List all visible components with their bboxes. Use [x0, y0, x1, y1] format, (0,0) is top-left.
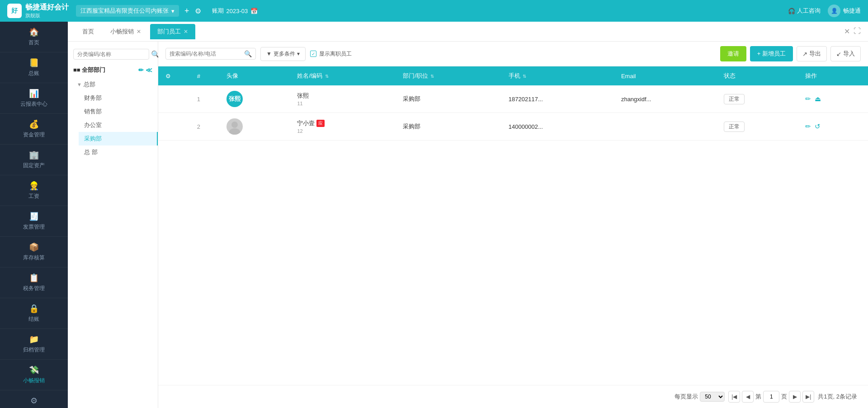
sidebar-item-expense[interactable]: 💸 小畅报销 [0, 360, 68, 390]
sidebar-item-closing[interactable]: 🔒 结账 [0, 298, 68, 329]
row1-actions: ✏ ⏏ [798, 85, 868, 113]
svg-point-1 [229, 128, 240, 135]
filter-chevron-icon: ▾ [297, 51, 300, 57]
filter-icon: ▼ [266, 51, 272, 57]
sidebar-item-inventory[interactable]: 📦 库存核算 [0, 237, 68, 267]
tab-expense-close-icon[interactable]: ✕ [137, 28, 141, 35]
reports-icon: 📊 [29, 89, 39, 98]
sidebar-item-settings[interactable]: ⚙ 基础设置 [0, 390, 68, 408]
invoice-icon: 🧾 [29, 211, 39, 221]
period-area: 账期 2023-03 📅 [212, 7, 258, 15]
row2-edit-icon[interactable]: ✏ [805, 122, 811, 131]
row1-code: 11 [297, 101, 388, 106]
row2-refresh-icon[interactable]: ↺ [815, 122, 821, 131]
sidebar-item-fund[interactable]: 💰 资金管理 [0, 114, 68, 145]
service-btn[interactable]: 🎧 人工咨询 [788, 7, 821, 15]
table-row: 2 [158, 113, 868, 141]
archive-icon: 📁 [29, 334, 39, 344]
last-page-btn[interactable]: ▶| [802, 391, 814, 403]
period-value: 2023-03 [226, 8, 248, 14]
sidebar-item-archive[interactable]: 📁 归档管理 [0, 329, 68, 360]
row2-status-tag: 正常 [724, 122, 745, 132]
sidebar-label-payroll: 工资 [28, 192, 39, 200]
dept-node-hq[interactable]: 总 部 [79, 145, 158, 159]
page-label: 第 [755, 393, 761, 401]
row2-email [614, 113, 717, 141]
export-btn[interactable]: ↗ 导出 [797, 46, 827, 61]
ledger-icon: 📒 [29, 58, 39, 68]
row2-code: 12 [297, 128, 388, 134]
employee-search-input[interactable] [170, 51, 241, 57]
row1-logout-icon[interactable]: ⏏ [815, 95, 821, 103]
th-dept-pos[interactable]: 部门/职位 ⇅ [396, 66, 501, 85]
next-page-btn[interactable]: ▶ [789, 391, 801, 403]
dept-node-sales[interactable]: 销售部 [79, 105, 158, 118]
page-num-input[interactable] [763, 391, 779, 403]
tab-expense-label: 小畅报销 [110, 28, 134, 36]
logo-text: 畅捷通好会计 [25, 3, 69, 12]
invite-btn[interactable]: 邀请 [720, 46, 746, 61]
svg-point-0 [231, 122, 238, 128]
tab-expand-icon[interactable]: ⛶ [854, 27, 861, 36]
prev-page-btn[interactable]: ◀ [742, 391, 754, 403]
th-gear[interactable]: ⚙ [158, 66, 178, 85]
filter-btn[interactable]: ▼ 更多条件 ▾ [260, 47, 306, 61]
show-resign-checkbox[interactable]: ✓ [310, 51, 316, 57]
tab-employees[interactable]: 部门员工 ✕ [150, 24, 195, 39]
row2-ying-badge: 应 [316, 120, 325, 127]
header-right: 🎧 人工咨询 👤 畅捷通 [788, 5, 861, 17]
row2-num: 2 [178, 113, 219, 141]
company-dropdown-icon: ▾ [171, 8, 175, 14]
show-resign-toggle[interactable]: ✓ 显示离职员工 [310, 50, 352, 58]
sidebar-item-home[interactable]: 🏠 首页 [0, 22, 68, 52]
tab-home[interactable]: 首页 [75, 24, 101, 39]
per-page-dropdown[interactable]: 50 20 100 [700, 392, 725, 402]
tab-expense[interactable]: 小畅报销 ✕ [103, 24, 148, 39]
logo-icon: 好 [7, 4, 22, 18]
sidebar-item-fixed-assets[interactable]: 🏢 固定资产 [0, 145, 68, 175]
sidebar-label-expense: 小畅报销 [23, 377, 45, 385]
row1-edit-icon[interactable]: ✏ [805, 95, 811, 103]
page-unit: 页 [781, 393, 787, 401]
sidebar: 🏠 首页 📒 总账 📊 云报表中心 💰 资金管理 🏢 固定资产 👷 工资 🧾 发… [0, 22, 68, 408]
sidebar-item-payroll[interactable]: 👷 工资 [0, 175, 68, 206]
sidebar-item-tax[interactable]: 📋 税务管理 [0, 267, 68, 298]
th-mobile[interactable]: 手机 ⇅ [501, 66, 614, 85]
company-name: 江西服宝精品有限责任公司内账张 [80, 7, 169, 15]
user-area[interactable]: 👤 畅捷通 [828, 5, 861, 17]
add-company-icon[interactable]: + [184, 6, 189, 16]
company-selector[interactable]: 江西服宝精品有限责任公司内账张 ▾ [76, 5, 179, 17]
dept-edit-icon[interactable]: ✏ [138, 66, 144, 74]
dept-tree: ▼ 总部 财务部 销售部 办公室 采购 [68, 78, 158, 159]
dept-purchase-label: 采购部 [84, 135, 102, 143]
th-name-code[interactable]: 姓名/编码 ⇅ [290, 66, 396, 85]
logo-subtitle: 旗舰版 [25, 12, 69, 19]
settings-icon[interactable]: ⚙ [195, 7, 201, 15]
dept-search-input[interactable] [73, 49, 149, 60]
sidebar-label-invoice: 发票管理 [23, 223, 45, 231]
content-area: 首页 小畅报销 ✕ 部门员工 ✕ ✕ ⛶ 🔍 [68, 22, 868, 408]
dept-node-office[interactable]: 办公室 [79, 118, 158, 132]
fixed-assets-icon: 🏢 [29, 150, 39, 160]
period-label: 账期 [212, 7, 224, 15]
tab-employees-close-icon[interactable]: ✕ [184, 28, 188, 35]
add-employee-btn[interactable]: + 新增员工 [750, 46, 793, 61]
sidebar-item-invoice[interactable]: 🧾 发票管理 [0, 206, 68, 237]
sidebar-item-ledger[interactable]: 📒 总账 [0, 52, 68, 83]
sidebar-item-reports[interactable]: 📊 云报表中心 [0, 83, 68, 114]
tab-close-window-icon[interactable]: ✕ [844, 27, 850, 36]
dept-node-general[interactable]: ▼ 总部 [71, 78, 158, 91]
import-icon: ↙ [836, 51, 841, 57]
calendar-icon[interactable]: 📅 [250, 8, 258, 14]
tax-icon: 📋 [29, 273, 39, 283]
row1-name: 张熙 [297, 92, 388, 100]
dept-node-purchase[interactable]: 采购部 [79, 132, 158, 145]
import-btn[interactable]: ↙ 导入 [830, 46, 861, 61]
first-page-btn[interactable]: |◀ [728, 391, 740, 403]
employee-search-icon[interactable]: 🔍 [244, 50, 252, 57]
dept-node-finance[interactable]: 财务部 [79, 91, 158, 105]
th-avatar: 头像 [219, 66, 290, 85]
dept-collapse-icon[interactable]: ≪ [146, 66, 152, 74]
dept-all-header[interactable]: ■■ 全部部门 ✏ ≪ [68, 62, 158, 78]
row2-actions: ✏ ↺ [798, 113, 868, 141]
